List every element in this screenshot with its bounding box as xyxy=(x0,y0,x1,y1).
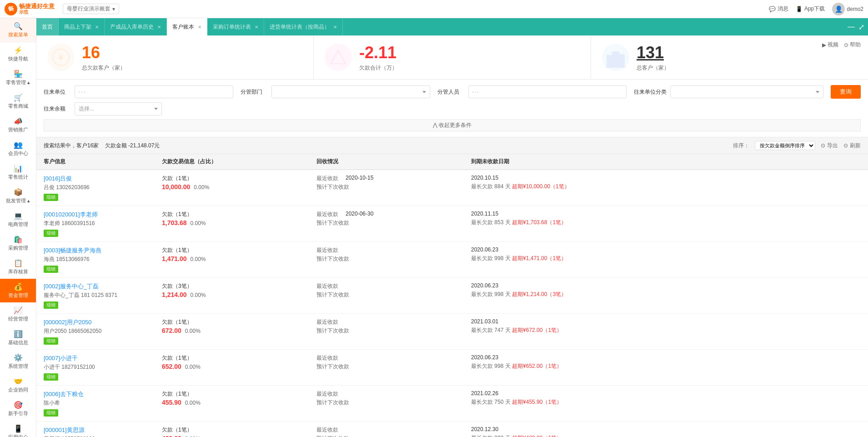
filter-manager-label: 分管人员 xyxy=(437,88,465,96)
overdue-link-4[interactable]: 超期¥672.00（1笔） xyxy=(512,327,562,333)
customer-name-0[interactable]: [0016]吕俊 xyxy=(44,175,162,183)
tab-purchase-product-stats-close[interactable]: ✕ xyxy=(333,25,337,30)
filter-row-2: 往来余额 选择... xyxy=(44,102,861,116)
overdue-link-7[interactable]: 超期¥429.00（1笔） xyxy=(512,435,562,437)
source-unit-input[interactable]: ··· xyxy=(75,85,233,98)
overdue-info-1: 2020.11.15 最长欠款 853 天 超期¥1,703.68（1笔） xyxy=(471,211,861,226)
table-header: 客户信息 欠款交易信息（占比） 回收情况 到期未收款日期 xyxy=(36,154,868,170)
summary-card-debt-customers: ¥ 16 总欠款客户（家） xyxy=(36,35,314,79)
purchase-icon: 🛍️ xyxy=(14,235,23,244)
customer-name-5[interactable]: [0007]小进干 xyxy=(44,354,162,362)
video-link[interactable]: ▶ 视频 xyxy=(822,41,838,49)
company-selector[interactable]: 母婴行业演示账套 ▾ xyxy=(63,4,119,14)
sidebar-item-enterprise[interactable]: 🤝 企业协同 xyxy=(0,373,36,397)
recovery-info-3: 最近收款 预计下次收款 xyxy=(316,282,471,300)
filter-unit-category: 往来单位分类 xyxy=(634,85,823,98)
overdue-link-5[interactable]: 超期¥652.00（1笔） xyxy=(512,363,562,369)
system-icon: ⚙️ xyxy=(14,353,23,362)
debt-info-5: 欠款（1笔） 652.00 0.00% xyxy=(162,354,316,371)
tab-product-history[interactable]: 产成品入库单历史 ✕ xyxy=(105,18,167,35)
tab-product-listing-label: 商品上下架 xyxy=(64,23,91,31)
sidebar-item-wholesale[interactable]: 📦 批发管理 ▴ xyxy=(0,184,36,208)
header-customer: 客户信息 xyxy=(44,158,162,166)
tab-purchase-product-stats[interactable]: 进货单统计表（按商品） ✕ xyxy=(264,18,343,35)
help-link[interactable]: ⊙ 帮助 xyxy=(844,41,861,49)
customer-name-1[interactable]: [0001020001]李老师 xyxy=(44,211,162,219)
tab-customer-account-close[interactable]: ✕ xyxy=(198,25,201,30)
overdue-link-3[interactable]: 超期¥1,214.00（3笔） xyxy=(512,291,567,297)
tab-bar-expand[interactable]: ⤢ xyxy=(858,23,864,31)
export-button[interactable]: ⊙ 导出 xyxy=(821,142,838,150)
username: demo2 xyxy=(847,6,863,12)
customer-name-7[interactable]: [000001]黄思源 xyxy=(44,426,162,434)
tab-bar-collapse[interactable]: — xyxy=(848,23,855,31)
sidebar-item-operation[interactable]: 📈 经营管理 xyxy=(0,302,36,326)
app-download-icon: 📱 xyxy=(796,6,803,12)
debt-amount-1: 1,703.68 xyxy=(162,219,187,226)
refresh-button[interactable]: ⊙ 刷新 xyxy=(843,142,861,150)
department-input[interactable] xyxy=(271,85,430,98)
tab-purchase-stats[interactable]: 采购订单统计表 ✕ xyxy=(207,18,264,35)
manager-input[interactable]: ··· xyxy=(468,85,627,98)
data-table: 客户信息 欠款交易信息（占比） 回收情况 到期未收款日期 [0016]吕俊 吕俊… xyxy=(36,154,868,437)
overdue-info-4: 2021.03.01 最长欠款 747 天 超期¥672.00（1笔） xyxy=(471,318,861,334)
sidebar-item-marketing[interactable]: 📣 营销推广 xyxy=(0,113,36,137)
app-download-button[interactable]: 📱 App下载 xyxy=(796,5,825,13)
customer-name-6[interactable]: [0006]去下粮仓 xyxy=(44,390,162,398)
overdue-link-2[interactable]: 超期¥1,471.00（1笔） xyxy=(512,255,567,261)
search-button[interactable]: 查询 xyxy=(831,85,861,99)
collapse-button[interactable]: ⋀ 收起更多条件 xyxy=(44,119,861,131)
sidebar-item-retail-stats[interactable]: 📊 零售统计 xyxy=(0,161,36,184)
overdue-date-1: 2020.11.15 xyxy=(471,211,861,217)
overdue-link-0[interactable]: 超期¥10,000.00（1笔） xyxy=(512,183,570,190)
customer-name-2[interactable]: [0003]畅捷服务尹海燕 xyxy=(44,246,162,255)
debt-info-1: 欠款（1笔） 1,703.68 0.00% xyxy=(162,211,316,227)
overdue-info-2: 2020.06.23 最长欠款 998 天 超期¥1,471.00（1笔） xyxy=(471,246,861,262)
sort-select[interactable]: 按欠款金额倒序排序 xyxy=(755,141,815,150)
filter-area: 往来单位 ··· 分管部门 xyxy=(36,80,868,137)
sidebar-item-quicknav[interactable]: ⚡ 快捷导航 xyxy=(0,42,36,66)
search-menu-icon: 🔍 xyxy=(14,22,23,30)
sidebar-item-member[interactable]: 👥 会员中心 xyxy=(0,137,36,161)
tab-customer-account[interactable]: 客户账本 ✕ xyxy=(167,18,207,35)
customer-name-4[interactable]: [000002]用户2050 xyxy=(44,318,162,326)
balance-input[interactable]: 选择... xyxy=(75,102,162,116)
user-profile[interactable]: 👤 demo2 xyxy=(832,3,863,15)
enterprise-icon: 🤝 xyxy=(14,377,23,386)
sidebar-item-basic-info[interactable]: ℹ️ 基础信息 xyxy=(0,326,36,350)
debt-count-1: 欠款（1笔） xyxy=(162,211,316,218)
sidebar-item-system[interactable]: ⚙️ 系统管理 xyxy=(0,350,36,373)
sort-label: 排序： xyxy=(733,142,749,150)
sidebar-item-retail-mgmt[interactable]: 🏪 零售管理 ▴ xyxy=(0,66,36,90)
customer-info-5: [0007]小进干 小进干 18279152100 现销 xyxy=(44,354,162,381)
unit-category-input[interactable] xyxy=(670,85,823,98)
guide-icon: 🎯 xyxy=(14,401,23,409)
overdue-link-1[interactable]: 超期¥1,703.68（1笔） xyxy=(512,219,567,226)
svg-rect-5 xyxy=(617,54,625,66)
sidebar-item-retail-mall[interactable]: 🛒 零售商城 xyxy=(0,90,36,113)
overdue-link-6[interactable]: 超期¥455.90（1笔） xyxy=(512,399,562,405)
tab-home[interactable]: 首页 xyxy=(36,18,59,35)
sidebar-item-search[interactable]: 🔍 搜索菜单 xyxy=(0,18,36,42)
sidebar-wholesale-label: 批发管理 ▴ xyxy=(6,197,30,204)
tab-purchase-stats-close[interactable]: ✕ xyxy=(255,25,258,30)
tab-product-listing[interactable]: 商品上下架 ✕ xyxy=(59,18,105,35)
sidebar-marketing-label: 营销推广 xyxy=(8,126,28,133)
tab-product-listing-close[interactable]: ✕ xyxy=(95,25,99,30)
message-icon: 💬 xyxy=(769,6,776,12)
sidebar-item-guide[interactable]: 🎯 新手引导 xyxy=(0,397,36,421)
customer-info-1: [0001020001]李老师 李老师 18600391516 现销 xyxy=(44,211,162,237)
sidebar-item-apps[interactable]: 📱 应用中心 xyxy=(0,421,36,437)
sidebar-item-ecommerce[interactable]: 💻 电商管理 xyxy=(0,208,36,231)
sidebar-item-inventory[interactable]: 📋 库存核算 xyxy=(0,255,36,279)
tab-product-history-close[interactable]: ✕ xyxy=(157,25,161,30)
message-button[interactable]: 💬 消息 xyxy=(769,5,788,13)
sidebar-item-finance[interactable]: 💰 资金管理 xyxy=(0,279,36,302)
debt-amount-0: 10,000.00 xyxy=(162,183,190,191)
sidebar-item-purchase[interactable]: 🛍️ 采购管理 xyxy=(0,231,36,255)
customer-name-3[interactable]: [0002]服务中心_丁磊 xyxy=(44,282,162,291)
customer-tag-6: 现销 xyxy=(44,409,58,417)
sidebar-retail-stats-label: 零售统计 xyxy=(8,174,28,181)
avatar: 👤 xyxy=(832,3,845,15)
tab-customer-account-label: 客户账本 xyxy=(172,23,194,31)
